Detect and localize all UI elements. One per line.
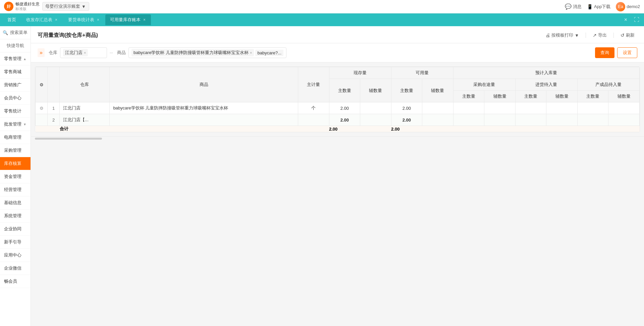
warehouse-input[interactable]: 江北门店 × (60, 47, 107, 58)
table-area: ⚙ 仓库 商品 主计量 现存量 (35, 66, 640, 132)
industry-selector[interactable]: 母婴行业演示账套 ▼ (42, 2, 89, 11)
row-production-main (577, 114, 608, 126)
warehouse-more-button[interactable]: ··· (110, 50, 113, 55)
row-incoming-aux (546, 114, 578, 126)
horizontal-scrollbar[interactable] (35, 138, 102, 140)
app-icon: 📱 (587, 4, 593, 9)
sidebar-item-marketing[interactable]: 营销推广 (0, 79, 31, 92)
page-header: 可用量查询(按仓库+商品) 🖨 按模板打印 ▼ ↗ 导出 ↺ 刷新 (31, 26, 644, 43)
product-tag-1-label: babycare学饮杯 儿童防摔防撞吸管杯重力球吸嘴杯宝宝水杯 (133, 50, 249, 56)
sidebar-item-system[interactable]: 系统管理 (0, 209, 31, 223)
warehouse-tag-close[interactable]: × (84, 51, 86, 55)
sidebar-item-label: 应用中心 (4, 252, 21, 258)
sidebar-item-member2[interactable]: 畅会员 (0, 275, 31, 288)
query-button[interactable]: 查询 (595, 47, 614, 58)
tab-available-close[interactable]: × (143, 17, 146, 22)
export-button[interactable]: ↗ 导出 (590, 31, 609, 40)
sidebar-item-purchase[interactable]: 采购管理 (0, 144, 31, 157)
sidebar-item-wechat[interactable]: 企业微信 (0, 262, 31, 275)
footer-avail-main: 2.00 (391, 126, 422, 132)
print-icon: 🖨 (545, 33, 550, 38)
sidebar-nav-button[interactable]: 快捷导航 (0, 39, 31, 52)
tab-available-label: 可用量库存账本 (110, 17, 141, 23)
sidebar-item-retail-stats[interactable]: 零售统计 (0, 105, 31, 118)
row-avail-aux (422, 114, 453, 126)
product-tag-1: babycare学饮杯 儿童防摔防撞吸管杯重力球吸嘴杯宝宝水杯 × (131, 49, 254, 56)
message-label: 消息 (573, 4, 582, 10)
warehouse-header: 仓库 (60, 67, 110, 102)
sidebar-item-newguide[interactable]: 新手引导 (0, 236, 31, 249)
purchase-transit-header: 采购在途量 (453, 79, 515, 91)
tab-expand-button[interactable]: ⛶ (632, 16, 641, 24)
footer-purchase-main (453, 126, 484, 132)
message-icon: 💬 (565, 3, 572, 10)
sidebar-item-operations[interactable]: 经营管理 (0, 183, 31, 196)
refresh-button[interactable]: ↺ 刷新 (618, 31, 637, 40)
stock-main-qty-header: 主数量 (329, 79, 360, 102)
row-production-aux (608, 102, 640, 114)
footer-production-aux (608, 126, 640, 132)
footer-production-main (577, 126, 608, 132)
seq-header (48, 67, 60, 102)
row-purchase-main (453, 102, 484, 114)
app-download-label: App下载 (594, 4, 610, 10)
product-tag-1-close[interactable]: × (250, 51, 252, 55)
sidebar-item-wholesale-mgmt[interactable]: 批发管理 ▼ (0, 118, 31, 131)
sidebar-item-label: 批发管理 (4, 121, 21, 127)
tab-close-all-button[interactable]: × (622, 16, 629, 24)
user-profile-button[interactable]: Ea demo2 (616, 2, 640, 11)
gear-header[interactable]: ⚙ (36, 67, 48, 102)
filter-toggle-button[interactable]: » (38, 48, 45, 57)
sidebar-item-ecommerce[interactable]: 电商管理 (0, 131, 31, 144)
setting-button[interactable]: 设置 (617, 47, 637, 58)
tab-receive[interactable]: 收发存汇总表 × (21, 14, 63, 25)
sidebar-item-finance[interactable]: 资金管理 (0, 170, 31, 183)
tab-receive-close[interactable]: × (54, 17, 58, 22)
sidebar-item-appcenter[interactable]: 应用中心 (0, 249, 31, 262)
tab-available[interactable]: 可用量库存账本 × (105, 14, 151, 25)
row-product: babycare学饮杯 儿童防摔防撞吸管杯重力球吸嘴杯宝宝水杯 (110, 102, 298, 114)
chevron-down-icon: ▼ (82, 4, 86, 9)
app-download-button[interactable]: 📱 App下载 (587, 4, 610, 10)
tab-home[interactable]: 首页 (3, 15, 21, 25)
row-warehouse: 江北门店【... (60, 114, 110, 126)
sidebar-search-label: 搜索菜单 (10, 30, 28, 36)
footer-label: 合计 (60, 126, 329, 132)
refresh-icon: ↺ (621, 33, 625, 38)
logo-icon: 好 (4, 2, 13, 11)
sidebar-search[interactable]: 🔍 搜索菜单 (0, 26, 31, 39)
print-button[interactable]: 🖨 按模板打印 ▼ (543, 31, 582, 40)
tab-order-close[interactable]: × (96, 17, 100, 22)
message-button[interactable]: 💬 消息 (565, 3, 582, 10)
row-avail-aux (422, 102, 453, 114)
page-title: 可用量查询(按仓库+商品) (38, 32, 98, 39)
row-avail-main: 2.00 (391, 102, 422, 114)
product-header: 商品 (110, 67, 298, 102)
row-gear[interactable]: ⚙ (36, 102, 48, 114)
row-incoming-aux (546, 102, 578, 114)
sidebar-item-label: 企业微信 (4, 265, 21, 271)
sidebar-item-retail-mgmt[interactable]: 零售管理 ▲ (0, 52, 31, 65)
warehouse-tag: 江北门店 × (63, 49, 88, 56)
sidebar-item-member[interactable]: 会员中心 (0, 92, 31, 105)
sidebar-item-inventory[interactable]: 库存核算 (0, 157, 31, 170)
row-stock-aux (360, 114, 391, 126)
sidebar-item-label: 零售商城 (4, 69, 21, 75)
footer-empty (36, 126, 60, 132)
tab-order[interactable]: 要货单统计表 × (63, 14, 105, 25)
sidebar-item-retail-store[interactable]: 零售商城 (0, 65, 31, 79)
sidebar-item-enterprise[interactable]: 企业协同 (0, 223, 31, 236)
avatar: Ea (616, 2, 625, 11)
footer-stock-aux (360, 126, 391, 132)
warehouse-tag-label: 江北门店 (65, 50, 83, 56)
user-initial: Ea (618, 4, 623, 9)
tab-receive-label: 收发存汇总表 (26, 17, 52, 23)
sidebar-item-basic[interactable]: 基础信息 (0, 196, 31, 209)
row-warehouse: 江北门店 (60, 102, 110, 114)
filter-area: » 仓库 江北门店 × ··· 商品 babycare学饮杯 儿童防摔防撞吸管杯… (31, 43, 644, 62)
sidebar-item-label: 系统管理 (4, 213, 21, 219)
main-layout: 🔍 搜索菜单 快捷导航 零售管理 ▲ 零售商城 营销推广 会员中心 零售统计 批… (0, 26, 644, 326)
row-gear[interactable] (36, 114, 48, 126)
product-input[interactable]: babycare学饮杯 儿童防摔防撞吸管杯重力球吸嘴杯宝宝水杯 × babyca… (128, 47, 286, 58)
row-stock-main: 2.00 (329, 102, 360, 114)
